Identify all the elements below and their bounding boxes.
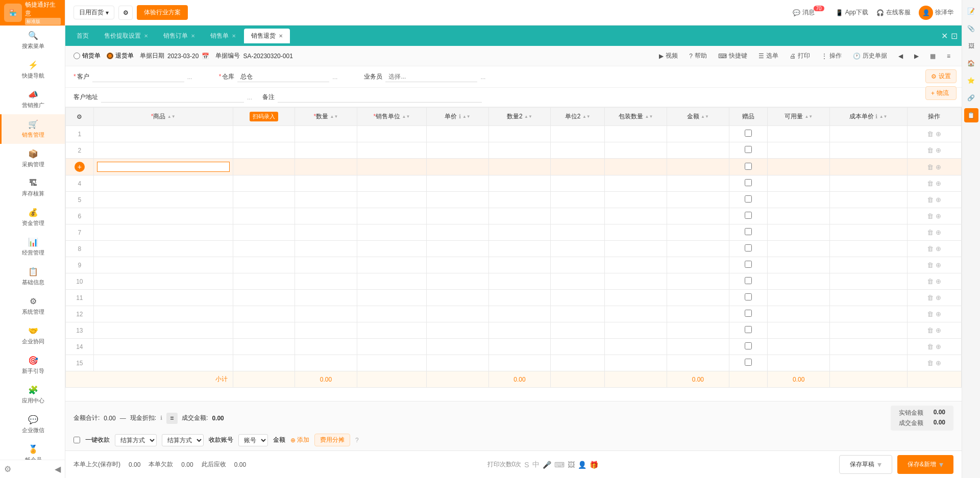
col-scan-header[interactable]: 扫码录入 [233,108,295,126]
gift-checkbox[interactable] [745,293,752,300]
add-payment-button[interactable]: ⊕ 添加 [290,436,309,444]
delete-icon[interactable]: 🗑 [927,163,934,171]
delete-icon[interactable]: 🗑 [927,343,934,350]
sort-icon[interactable]: ▲▼ [330,114,338,119]
gift-checkbox[interactable] [745,277,752,284]
daily-category-select[interactable]: 日用百货 ▾ [74,6,114,19]
sidebar-item-basic[interactable]: 📋 基础信息 [0,262,65,291]
gift-cell[interactable] [729,126,768,142]
copy-icon[interactable]: ⊕ [936,294,941,301]
attach-panel-button[interactable]: 📎 [964,21,978,36]
gift-checkbox[interactable] [745,146,752,153]
copy-icon[interactable]: ⊕ [936,261,941,269]
delete-icon[interactable]: 🗑 [927,245,934,253]
delete-icon[interactable]: 🗑 [927,359,934,367]
copy-icon[interactable]: ⊕ [936,212,941,220]
sidebar-item-purchase[interactable]: 📦 采购管理 [0,144,65,173]
copy-icon[interactable]: ⊕ [936,163,941,171]
tab-close-icon[interactable]: ✕ [232,33,236,39]
nav-next-button[interactable]: ▶ [911,51,922,61]
copy-icon[interactable]: ⊕ [936,146,941,154]
save-new-button[interactable]: 保存&新增 ▾ [897,455,953,474]
copy-icon[interactable]: ⊕ [936,343,941,350]
col-settings-header[interactable]: ⚙ [66,108,94,126]
account-select[interactable]: 账号 [238,434,268,446]
sort-icon[interactable]: ▲▼ [879,114,888,119]
delete-icon[interactable]: 🗑 [927,294,934,301]
delete-icon[interactable]: 🗑 [927,146,934,154]
gift-checkbox[interactable] [745,130,752,137]
sidebar-item-member[interactable]: 🏅 畅会员 [0,439,65,460]
info-icon[interactable]: ℹ [459,113,461,119]
unitprice-cell[interactable] [427,126,488,142]
gift-checkbox[interactable] [745,228,752,235]
copy-icon[interactable]: ⊕ [936,326,941,334]
sidebar-item-guide[interactable]: 🎯 新手引导 [0,350,65,380]
settlement-select[interactable]: 结算方式 [115,434,157,446]
amount-cell[interactable] [667,126,729,142]
app-download-button[interactable]: 📱 App下载 [836,8,868,17]
unit2-cell[interactable] [551,126,605,142]
sidebar-item-operation[interactable]: 📊 经营管理 [0,232,65,262]
sidebar-item-search[interactable]: 🔍 搜索菜单 [0,26,65,55]
settings-bottom-icon[interactable]: ⚙ [4,464,11,474]
zhong-icon[interactable]: 中 [532,460,540,469]
delete-icon[interactable]: 🗑 [927,212,934,220]
s-icon[interactable]: S [524,461,529,469]
sort-icon[interactable]: ▲▼ [402,114,410,119]
experience-button[interactable]: 体验行业方案 [137,5,188,20]
salesunit-cell[interactable] [357,126,427,142]
packqty-cell[interactable] [605,126,667,142]
qty2-cell[interactable] [488,126,550,142]
warehouse-picker-button[interactable]: ... [332,73,337,81]
customer-picker-button[interactable]: ... [187,73,192,81]
gift-checkbox[interactable] [745,326,752,333]
sort-icon[interactable]: ▲▼ [645,114,653,119]
product-cell-active[interactable] [93,159,233,175]
info-icon[interactable]: ℹ [875,113,877,119]
tab-sales-delivery[interactable]: 销售单 ✕ [203,29,243,43]
copy-icon[interactable]: ⊕ [936,278,941,285]
radio-return[interactable]: 退货单 [107,52,134,60]
sort-icon[interactable]: ▲▼ [167,114,176,119]
tab-sales-order[interactable]: 销售订单 ✕ [156,29,202,43]
sidebar-item-marketing[interactable]: 📣 营销推广 [0,85,65,114]
delete-icon[interactable]: 🗑 [927,326,934,334]
cost-split-button[interactable]: 费用分摊 [314,434,350,446]
mic-icon[interactable]: 🎤 [543,461,551,469]
one-key-pay-checkbox[interactable] [74,437,80,443]
delete-icon[interactable]: 🗑 [927,130,934,138]
list-view-button[interactable]: ≡ [944,51,953,61]
add-logistics-button[interactable]: + 物流 [925,86,957,100]
qty-cell[interactable] [295,126,357,142]
note-panel-button[interactable]: 📝 [964,4,978,18]
tab-close-icon[interactable]: ✕ [144,33,148,39]
copy-icon[interactable]: ⊕ [936,359,941,367]
gift2-icon[interactable]: 🎁 [590,461,598,469]
copy-icon[interactable]: ⊕ [936,245,941,253]
gift-checkbox[interactable] [745,342,752,349]
collapse-sidebar-icon[interactable]: ◀ [55,464,61,474]
calc-select[interactable]: 结算方式 [162,434,204,446]
dropdown-icon[interactable]: ▾ [877,460,881,469]
gift-checkbox[interactable] [745,244,752,251]
delete-icon[interactable]: 🗑 [927,278,934,285]
staff-picker-button[interactable]: ... [480,73,485,81]
sort-icon[interactable]: ▲▼ [804,114,813,119]
nav-prev-button[interactable]: ◀ [895,51,906,61]
remark-input[interactable] [278,92,482,103]
sidebar-item-shortcut[interactable]: ⚡ 快捷导航 [0,55,65,85]
calendar-icon[interactable]: 📅 [202,53,209,60]
gift-checkbox[interactable] [745,359,752,366]
operate-button[interactable]: ⋮ 操作 [818,50,845,62]
gift-checkbox[interactable] [745,163,752,170]
gift-checkbox[interactable] [745,261,752,268]
dropdown-icon[interactable]: ▾ [939,460,943,469]
customer-input[interactable] [92,71,184,82]
settings-orange-button[interactable]: ⚙ 设置 [925,69,957,83]
person-icon[interactable]: 👤 [578,461,586,469]
sidebar-item-inventory[interactable]: 🏗 库存核算 [0,173,65,203]
gift-checkbox[interactable] [745,310,752,317]
sort-icon[interactable]: ▲▼ [524,114,532,119]
current-panel-button[interactable]: 📋 [964,108,978,122]
